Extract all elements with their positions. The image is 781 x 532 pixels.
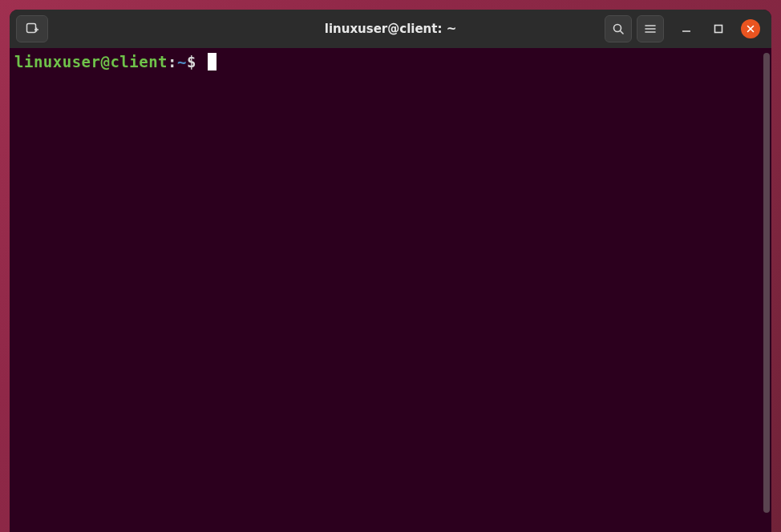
titlebar: linuxuser@client: ~	[10, 10, 771, 48]
maximize-button[interactable]	[709, 19, 728, 38]
prompt-path: ~	[177, 53, 187, 71]
svg-rect-9	[715, 25, 722, 32]
search-icon	[612, 22, 625, 35]
prompt-user-host: linuxuser@client	[14, 53, 168, 71]
terminal-body[interactable]: linuxuser@client:~$	[10, 48, 771, 532]
svg-rect-0	[27, 24, 36, 33]
prompt-symbol: $	[187, 53, 196, 71]
maximize-icon	[714, 22, 723, 37]
close-icon	[746, 22, 755, 37]
minimize-icon	[682, 22, 691, 37]
close-button[interactable]	[741, 19, 760, 38]
terminal-window: linuxuser@client: ~	[10, 10, 771, 532]
new-tab-button[interactable]	[16, 15, 48, 42]
cursor	[208, 53, 216, 71]
menu-button[interactable]	[637, 15, 664, 42]
search-button[interactable]	[605, 15, 632, 42]
window-title: linuxuser@client: ~	[325, 22, 456, 36]
hamburger-icon	[644, 22, 657, 35]
window-controls	[677, 19, 760, 38]
terminal-content[interactable]: linuxuser@client:~$	[13, 51, 762, 529]
prompt-separator: :	[168, 53, 177, 71]
scrollbar-thumb[interactable]	[763, 53, 770, 513]
svg-line-4	[621, 31, 624, 34]
new-tab-icon	[25, 22, 39, 36]
minimize-button[interactable]	[677, 19, 696, 38]
scrollbar[interactable]	[762, 51, 771, 529]
